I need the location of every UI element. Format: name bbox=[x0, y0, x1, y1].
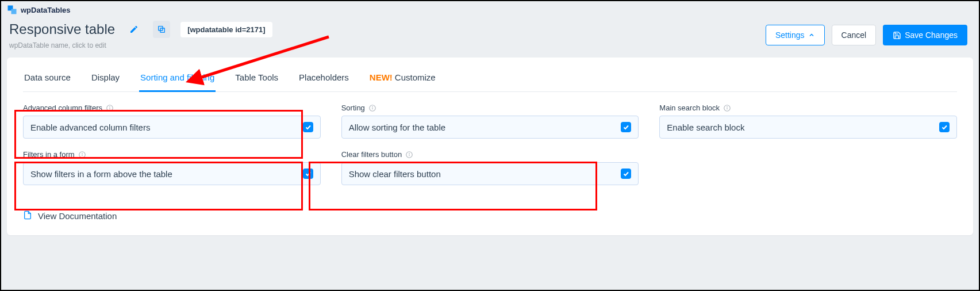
checkbox-checked-icon bbox=[939, 122, 950, 132]
save-button-label: Save Changes bbox=[905, 30, 958, 40]
chevron-up-icon bbox=[808, 32, 815, 39]
svg-point-18 bbox=[409, 153, 410, 154]
setting-clear-filters: Clear filters button Show clear filters … bbox=[341, 150, 639, 185]
info-icon[interactable] bbox=[405, 151, 413, 159]
setting-filters-form: Filters in a form Show filters in a form… bbox=[23, 150, 321, 185]
info-icon[interactable] bbox=[723, 104, 731, 112]
file-icon bbox=[23, 210, 32, 221]
tab-customize-label: Customize bbox=[395, 72, 436, 82]
svg-point-15 bbox=[82, 153, 82, 154]
brand-bar: wpDataTables bbox=[1, 1, 979, 18]
cancel-button[interactable]: Cancel bbox=[832, 25, 877, 45]
setting-main-search-label: Main search block bbox=[659, 104, 720, 112]
checkbox-checked-icon bbox=[621, 169, 631, 179]
setting-advanced-filters-label: Advanced column filters bbox=[23, 104, 102, 112]
view-documentation-link[interactable]: View Documentation bbox=[23, 210, 117, 221]
checkbox-checked-icon bbox=[621, 122, 631, 132]
tab-placeholders[interactable]: Placeholders bbox=[298, 67, 350, 92]
view-documentation-label: View Documentation bbox=[38, 211, 117, 221]
checkbox-main-search-text: Enable search block bbox=[667, 122, 744, 132]
edit-icon[interactable] bbox=[125, 21, 143, 38]
save-button[interactable]: Save Changes bbox=[883, 25, 967, 45]
shortcode-display[interactable]: [wpdatatable id=2171] bbox=[180, 22, 272, 37]
tab-data-source[interactable]: Data source bbox=[23, 67, 72, 92]
new-badge: NEW! bbox=[370, 72, 393, 82]
checkbox-main-search[interactable]: Enable search block bbox=[659, 116, 957, 139]
checkbox-checked-icon bbox=[303, 122, 313, 132]
copy-icon[interactable] bbox=[153, 21, 170, 38]
brand-name: wpDataTables bbox=[21, 6, 70, 14]
checkbox-sorting[interactable]: Allow sorting for the table bbox=[341, 116, 639, 139]
info-icon[interactable] bbox=[78, 151, 86, 159]
tabs: Data source Display Sorting and filterin… bbox=[23, 67, 957, 92]
setting-clear-filters-label: Clear filters button bbox=[341, 150, 402, 159]
page-subtitle: wpDataTable name, click to edit bbox=[9, 41, 272, 49]
tab-display[interactable]: Display bbox=[90, 67, 121, 92]
tab-customize[interactable]: NEW!Customize bbox=[368, 67, 437, 92]
checkbox-clear-filters[interactable]: Show clear filters button bbox=[341, 162, 639, 185]
info-icon[interactable] bbox=[106, 104, 114, 112]
svg-point-6 bbox=[110, 106, 110, 107]
settings-panel: Data source Display Sorting and filterin… bbox=[7, 58, 973, 235]
cancel-button-label: Cancel bbox=[841, 30, 867, 40]
svg-rect-1 bbox=[11, 9, 17, 14]
brand-logo-icon bbox=[7, 5, 17, 15]
tab-table-tools[interactable]: Table Tools bbox=[234, 67, 279, 92]
setting-filters-form-label: Filters in a form bbox=[23, 150, 75, 159]
settings-grid: Advanced column filters Enable advanced … bbox=[23, 104, 957, 185]
checkbox-checked-icon bbox=[303, 169, 313, 179]
checkbox-filters-form[interactable]: Show filters in a form above the table bbox=[23, 162, 321, 185]
checkbox-filters-form-text: Show filters in a form above the table bbox=[30, 169, 172, 179]
page-title[interactable]: Responsive table bbox=[9, 21, 115, 37]
header-actions: Settings Cancel Save Changes bbox=[766, 25, 971, 45]
settings-button-label: Settings bbox=[775, 30, 805, 40]
checkbox-sorting-text: Allow sorting for the table bbox=[349, 122, 445, 132]
settings-button[interactable]: Settings bbox=[766, 25, 825, 45]
checkbox-advanced-filters-text: Enable advanced column filters bbox=[30, 122, 150, 132]
setting-main-search: Main search block Enable search block bbox=[659, 104, 957, 139]
save-icon bbox=[893, 31, 901, 40]
setting-advanced-filters: Advanced column filters Enable advanced … bbox=[23, 104, 321, 139]
checkbox-clear-filters-text: Show clear filters button bbox=[349, 169, 441, 179]
svg-point-9 bbox=[372, 106, 373, 107]
info-icon[interactable] bbox=[368, 104, 376, 112]
tab-sorting-filtering[interactable]: Sorting and filtering bbox=[139, 67, 216, 92]
header: Responsive table [wpdatatable id=2171] w… bbox=[1, 18, 979, 49]
setting-sorting-label: Sorting bbox=[341, 104, 365, 112]
checkbox-advanced-filters[interactable]: Enable advanced column filters bbox=[23, 116, 321, 139]
setting-sorting: Sorting Allow sorting for the table bbox=[341, 104, 639, 139]
svg-point-12 bbox=[727, 106, 728, 107]
